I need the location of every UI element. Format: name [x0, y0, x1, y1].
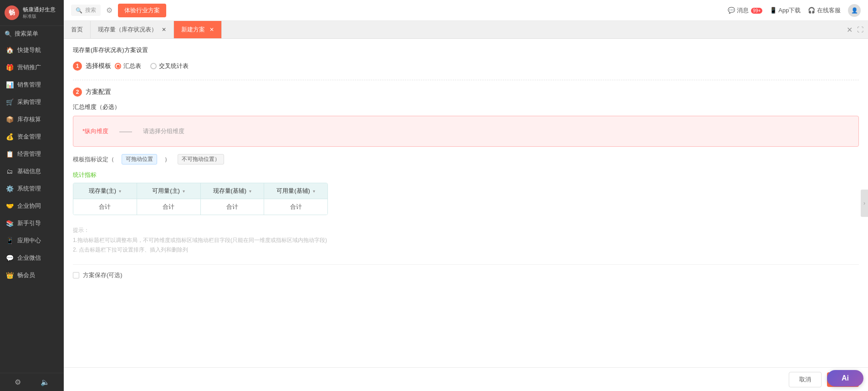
chevron-down-icon-3: ▾	[313, 189, 315, 194]
tip-1: 2. 点击标题栏下拉可设置排序、插入列和删除列	[73, 245, 859, 255]
indicator-setting: 模板指标设定（ 可拖动位置 ） 不可拖动位置）	[73, 154, 859, 165]
tab-inventory-close-icon[interactable]: ✕	[162, 26, 166, 33]
stat-table: 现存量(主) ▾ 可用量(主) ▾	[73, 183, 328, 215]
main-area: 🔍 搜索 ⚙ 体验行业方案 💬 消息 99+ 📱 App下载 🎧 在线客服 👤	[64, 0, 868, 391]
chart-icon: 📊	[5, 81, 14, 89]
sidebar-item-enterprise[interactable]: 🤝 企业协同	[0, 197, 64, 215]
stat-body-cell-0: 合计	[73, 199, 137, 215]
sidebar-search[interactable]: 🔍 搜索菜单	[0, 26, 64, 41]
stat-body-cell-3: 合计	[264, 199, 327, 215]
topbar-online-service[interactable]: 🎧 在线客服	[808, 6, 841, 15]
collapse-button[interactable]: ›	[861, 190, 868, 217]
stat-col-0-header[interactable]: 现存量(主) ▾	[73, 183, 137, 199]
tab-new-plan[interactable]: 新建方案 ✕	[174, 21, 222, 38]
indicator-fixed-badge: 不可拖动位置）	[178, 154, 224, 165]
clipboard-icon: 📋	[5, 150, 14, 158]
tips-label: 提示：	[73, 226, 859, 236]
sidebar-item-app-center[interactable]: 📱 应用中心	[0, 232, 64, 249]
stat-section: 统计指标 现存量(主) ▾ 可用量(主)	[73, 171, 859, 216]
indicator-separator: ）	[164, 155, 170, 164]
sidebar-item-quick-nav[interactable]: 🏠 快捷导航	[0, 41, 64, 59]
avatar[interactable]: 👤	[848, 4, 861, 17]
sidebar-logo: 畅 畅康通好生意 标准版	[0, 0, 64, 26]
radio-cross-circle	[150, 63, 157, 69]
panel: 现存量(库存状况表)方案设置 1 选择模板 汇总表 交叉统计表	[64, 39, 868, 293]
save-checkbox[interactable]	[73, 272, 79, 278]
radio-cross[interactable]: 交叉统计表	[150, 62, 189, 70]
stat-col-2-header[interactable]: 现存量(基辅) ▾	[201, 183, 264, 199]
sidebar-item-system[interactable]: ⚙️ 系统管理	[0, 180, 64, 197]
sidebar-item-operations[interactable]: 📋 经营管理	[0, 145, 64, 163]
cart-icon: 🛒	[5, 98, 14, 106]
sidebar-item-finance[interactable]: 💰 资金管理	[0, 128, 64, 145]
radio-summary-circle	[115, 63, 121, 69]
tab-inventory-status[interactable]: 现存量（库存状况表） ✕	[91, 21, 174, 38]
stat-table-body: 合计 合计 合计 合计	[73, 199, 327, 215]
handshake-icon: 🤝	[5, 202, 14, 210]
ai-fab-button[interactable]: Ai	[827, 370, 863, 386]
sidebar-item-newbie[interactable]: 📚 新手引导	[0, 215, 64, 232]
sidebar-nav: 🏠 快捷导航 🎁 营销推广 📊 销售管理 🛒 采购管理 📦 库存核算 💰 资金管…	[0, 41, 64, 373]
tab-home[interactable]: 首页	[64, 21, 91, 38]
topbar-gear-icon[interactable]: ⚙	[106, 6, 112, 15]
topbar-left: 🔍 搜索 ⚙ 体验行业方案	[71, 4, 166, 17]
dim-placeholder[interactable]: 请选择分组维度	[143, 127, 184, 135]
window-close-icon[interactable]: ✕	[847, 26, 853, 34]
step1-section: 1 选择模板 汇总表 交叉统计表	[73, 62, 859, 71]
topbar-search[interactable]: 🔍 搜索	[71, 5, 101, 16]
headset-icon: 🎧	[808, 7, 815, 14]
sidebar-item-sales[interactable]: 📊 销售管理	[0, 76, 64, 93]
search-icon: 🔍	[5, 31, 12, 37]
gear-icon: ⚙️	[5, 185, 14, 193]
sidebar-item-member[interactable]: 👑 畅会员	[0, 267, 64, 284]
tab-bar: 首页 现存量（库存状况表） ✕ 新建方案 ✕ ✕ ⛶	[64, 21, 868, 39]
stat-body-col-3: 合计	[264, 199, 327, 215]
cancel-button[interactable]: 取消	[789, 372, 822, 387]
gift-icon: 🎁	[5, 63, 14, 72]
dim-required-label: *纵向维度	[82, 127, 108, 135]
tab-new-plan-close-icon[interactable]: ✕	[209, 26, 214, 33]
stat-col-1-header[interactable]: 可用量(主) ▾	[137, 183, 200, 199]
stat-col-1: 可用量(主) ▾	[137, 183, 201, 199]
speaker-icon[interactable]: 🔈	[41, 378, 50, 386]
crown-icon: 👑	[5, 271, 14, 279]
settings-icon[interactable]: ⚙	[15, 378, 21, 386]
chevron-down-icon-1: ▾	[183, 189, 185, 194]
download-icon: 📱	[770, 7, 777, 14]
indicator-setting-label: 模板指标设定（	[73, 155, 114, 164]
box-icon: 📦	[5, 115, 14, 123]
tips-section: 提示： 1.拖动标题栏可以调整布局，不可跨维度或指标区域拖动栏目字段(只能在同一…	[73, 226, 859, 255]
industry-button[interactable]: 体验行业方案	[118, 4, 166, 17]
sidebar-bottom: ⚙ 🔈	[0, 373, 64, 391]
stat-col-3-header[interactable]: 可用量(基辅) ▾	[264, 183, 327, 199]
stat-table-header: 现存量(主) ▾ 可用量(主) ▾	[73, 183, 327, 199]
chevron-down-icon-2: ▾	[249, 189, 251, 194]
step2-section: 2 方案配置 汇总维度（必选） *纵向维度 —— 请选择分组维度 模板指标设定（…	[73, 87, 859, 255]
window-expand-icon[interactable]: ⛶	[857, 26, 863, 33]
app-name: 畅康通好生意 标准版	[23, 6, 56, 20]
step1-number: 1	[73, 62, 82, 71]
sidebar-item-wechat[interactable]: 💬 企业微信	[0, 249, 64, 267]
stat-body-cell-1: 合计	[137, 199, 200, 215]
sidebar-item-basic-info[interactable]: 🗂 基础信息	[0, 163, 64, 180]
save-option: 方案保存(可选)	[73, 264, 859, 286]
template-radio-group: 汇总表 交叉统计表	[115, 62, 189, 70]
stat-body-col-2: 合计	[201, 199, 265, 215]
sidebar-item-purchase[interactable]: 🛒 采购管理	[0, 93, 64, 111]
stat-body-col-1: 合计	[137, 199, 201, 215]
dim-arrow: ——	[119, 128, 132, 135]
stat-body-col-0: 合计	[73, 199, 137, 215]
chevron-down-icon-0: ▾	[119, 189, 121, 194]
radio-summary[interactable]: 汇总表	[115, 62, 141, 70]
sidebar: 畅 畅康通好生意 标准版 🔍 搜索菜单 🏠 快捷导航 🎁 营销推广 📊 销售管理…	[0, 0, 64, 391]
sidebar-item-marketing[interactable]: 🎁 营销推广	[0, 59, 64, 76]
sidebar-item-inventory[interactable]: 📦 库存核算	[0, 111, 64, 128]
step1-header: 1 选择模板 汇总表 交叉统计表	[73, 62, 859, 71]
footer-bar: 取消 查询	[64, 367, 868, 391]
topbar-messages[interactable]: 💬 消息 99+	[728, 6, 762, 15]
summary-dim-label: 汇总维度（必选）	[73, 103, 859, 111]
topbar-app-download[interactable]: 📱 App下载	[770, 6, 801, 15]
dimension-area[interactable]: *纵向维度 —— 请选择分组维度	[73, 116, 859, 147]
step2-number: 2	[73, 87, 82, 97]
topbar-search-icon: 🔍	[76, 7, 82, 14]
